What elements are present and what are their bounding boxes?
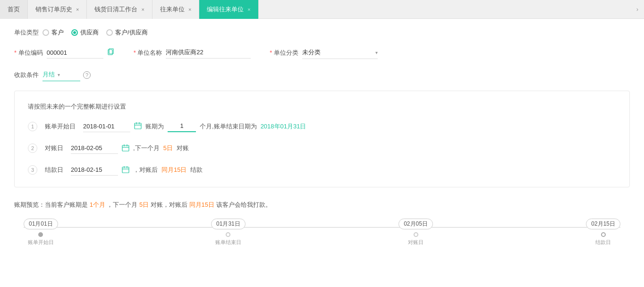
timeline-node-0: 01月01日 账单开始日 (24, 219, 58, 246)
unit-name-group: 单位名称 (134, 47, 251, 59)
radio-customer[interactable]: 客户 (42, 28, 64, 37)
tab-edit-partner[interactable]: 编辑往来单位 × (199, 0, 258, 19)
step-3-suffix: 结款 (190, 166, 203, 174)
unit-category-select[interactable]: 未分类 ▾ (302, 46, 378, 59)
step-2-highlight: 5日 (163, 144, 173, 152)
unit-category-chevron-icon: ▾ (375, 50, 378, 55)
timeline-desc-3: 结款日 (595, 239, 611, 246)
timeline-label-2: 02月05日 (398, 219, 433, 229)
step-3-row: 3 结款日 ，对账后 同月15日 结款 (28, 164, 616, 176)
timeline-dot-2 (414, 232, 418, 237)
close-partner[interactable]: × (188, 7, 191, 12)
radio-customer-circle (42, 29, 49, 36)
step-2-calendar-icon[interactable] (122, 144, 129, 153)
preview-suffix: 该客户会给我打款。 (216, 201, 271, 208)
step-1-period-unit: 个月,账单结束日期为 (200, 122, 257, 131)
preview-part1: 1个月 (90, 201, 105, 208)
preview-prefix: 账期预览：当前客户账期是 (14, 201, 88, 208)
unit-type-row: 单位类型 客户 供应商 客户/供应商 (14, 28, 630, 37)
unit-code-label: 单位编码 (14, 49, 43, 57)
radio-both[interactable]: 客户/供应商 (106, 28, 148, 37)
unit-category-group: 单位分类 未分类 ▾ (270, 46, 378, 59)
radio-supplier-circle (71, 29, 78, 36)
tab-more-button[interactable]: › (631, 6, 644, 13)
payment-condition-label: 收款条件 (14, 71, 39, 79)
step-2-number: 2 (28, 144, 37, 153)
tab-partner[interactable]: 往来单位 × (153, 0, 199, 19)
preview-part2: 5日 (139, 201, 149, 208)
tab-home[interactable]: 首页 (0, 0, 28, 19)
main-content: 单位类型 客户 供应商 客户/供应商 单位编码 (0, 19, 644, 287)
unit-code-group: 单位编码 (14, 47, 115, 59)
step-1-mid-text: 账期为 (145, 122, 164, 131)
payment-condition-select[interactable]: 月结 ▾ (42, 68, 80, 81)
timeline-dots: 01月01日 账单开始日 01月31日 账单结束日 02月05日 对账日 02月… (24, 219, 620, 246)
step-1-calendar-icon[interactable] (134, 122, 142, 131)
preview-text: 账期预览：当前客户账期是 1个月 ，下一个月 5日 对账，对账后 同月15日 该… (14, 195, 630, 209)
timeline-desc-2: 对账日 (408, 239, 424, 246)
timeline-dot-0 (38, 232, 43, 237)
payment-help-icon[interactable]: ? (83, 71, 91, 79)
step-3-date-input[interactable] (71, 164, 118, 176)
tab-cashier[interactable]: 钱货日清工作台 × (87, 0, 152, 19)
unit-code-copy-icon[interactable] (107, 48, 115, 57)
timeline-node-3: 02月15日 结款日 (586, 219, 620, 246)
step-2-date-input[interactable] (71, 143, 118, 154)
tab-bar: 首页 销售订单历史 × 钱货日清工作台 × 往来单位 × 编辑往来单位 × › (0, 0, 644, 19)
preview-sep1: ，下一个月 (107, 201, 137, 208)
preview-sep2: 对账，对账后 (151, 201, 187, 208)
svg-rect-2 (135, 123, 141, 129)
step-2-prefix: ,下一个月 (133, 144, 160, 152)
radio-supplier-label: 供应商 (80, 28, 99, 37)
step-1-date-input[interactable] (83, 121, 130, 132)
unit-name-label: 单位名称 (134, 49, 162, 57)
step-3-calendar-icon[interactable] (122, 166, 129, 175)
step-2-suffix: 对账 (177, 144, 189, 152)
period-settings-section: 请按照未来的一个完整帐期进行设置 1 账单开始日 账期为 个月,账单结束日期为 … (14, 91, 630, 187)
timeline-node-1: 01月31日 账单结束日 (211, 219, 246, 246)
step-1-label: 账单开始日 (45, 122, 76, 131)
timeline: 01月01日 账单开始日 01月31日 账单结束日 02月05日 对账日 02月… (14, 219, 630, 246)
unit-type-label: 单位类型 (14, 28, 39, 37)
radio-customer-label: 客户 (51, 28, 64, 37)
step-3-label: 结款日 (45, 166, 63, 174)
timeline-label-3: 02月15日 (586, 219, 620, 229)
section-title: 请按照未来的一个完整帐期进行设置 (28, 102, 616, 111)
timeline-node-2: 02月05日 对账日 (398, 219, 433, 246)
step-3-highlight: 同月15日 (161, 166, 186, 174)
payment-condition-chevron-icon: ▾ (58, 72, 60, 77)
step-1-row: 1 账单开始日 账期为 个月,账单结束日期为 2018年01月31日 (28, 120, 616, 132)
unit-code-input[interactable] (47, 47, 103, 59)
unit-type-radio-group: 客户 供应商 客户/供应商 (42, 28, 148, 37)
step-2-row: 2 对账日 ,下一个月 5日 对账 (28, 143, 616, 154)
unit-category-value: 未分类 (302, 48, 321, 57)
timeline-dot-3 (601, 232, 606, 237)
close-edit-partner[interactable]: × (247, 7, 250, 12)
payment-condition-value: 月结 (42, 70, 55, 79)
timeline-desc-1: 账单结束日 (215, 239, 241, 246)
unit-category-label: 单位分类 (270, 49, 298, 57)
step-2-label: 对账日 (45, 144, 63, 152)
timeline-desc-0: 账单开始日 (28, 239, 54, 246)
close-cashier[interactable]: × (141, 7, 144, 12)
step-3-prefix: ，对账后 (133, 166, 158, 174)
radio-supplier[interactable]: 供应商 (71, 28, 99, 37)
unit-info-row: 单位编码 单位名称 单位分类 未分类 ▾ (14, 46, 630, 59)
svg-rect-10 (122, 167, 129, 173)
payment-condition-row: 收款条件 月结 ▾ ? (14, 68, 630, 81)
radio-both-label: 客户/供应商 (115, 28, 148, 37)
tab-order-history[interactable]: 销售订单历史 × (28, 0, 87, 19)
step-1-end-date: 2018年01月31日 (261, 122, 306, 131)
unit-name-input[interactable] (166, 47, 251, 59)
step-3-number: 3 (28, 165, 37, 175)
unit-code-wrap (47, 47, 115, 59)
radio-both-circle (106, 29, 113, 36)
timeline-label-1: 01月31日 (211, 219, 246, 229)
preview-part3: 同月15日 (189, 201, 214, 208)
step-1-period-input[interactable] (168, 120, 196, 132)
timeline-label-0: 01月01日 (24, 219, 58, 229)
step-1-number: 1 (28, 122, 37, 131)
svg-rect-6 (122, 145, 129, 151)
timeline-dot-1 (226, 232, 230, 237)
close-order-history[interactable]: × (76, 7, 79, 12)
